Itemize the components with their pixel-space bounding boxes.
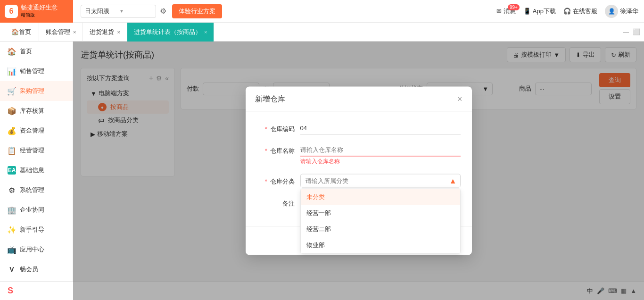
form-row-category: 仓库分类 ▲ 未分类 经营一部: [257, 174, 461, 188]
message-button[interactable]: ✉ 消息 99+: [496, 7, 516, 16]
dropdown-item-property[interactable]: 物业部: [301, 237, 460, 253]
online-service-button[interactable]: 🎧 在线客服: [563, 7, 597, 16]
notes-label: 备注: [257, 196, 295, 208]
store-name: 日太阳膜: [85, 7, 117, 16]
modal-close-button[interactable]: ×: [457, 94, 462, 104]
code-input[interactable]: [300, 122, 461, 135]
tab-expand-icon[interactable]: ⬜: [633, 28, 640, 35]
headset-icon: 🎧: [563, 8, 571, 15]
sidebar-label-system: 系统管理: [20, 186, 44, 194]
sales-icon: 📊: [8, 67, 16, 75]
member-icon: V: [8, 265, 16, 274]
tab-purchase-stats[interactable]: 进货单统计表（按商品） ×: [127, 23, 214, 42]
form-row-name: 仓库名称 请输入仓库名称: [257, 143, 461, 166]
sidebar-item-sales[interactable]: 📊 销售管理: [0, 61, 73, 81]
sidebar-label-purchase: 采购管理: [20, 87, 44, 95]
logo-sub: 精简版: [21, 12, 58, 18]
basics-icon: EA: [8, 166, 16, 175]
sidebar-label-home: 首页: [20, 47, 32, 56]
home-icon: 🏠: [11, 28, 19, 35]
phone-icon: 📱: [523, 8, 531, 15]
s-logo-icon: S: [8, 286, 13, 296]
trial-button[interactable]: 体验行业方案: [172, 4, 222, 18]
sidebar-label-inventory: 库存核算: [20, 107, 44, 115]
top-header: 6 畅捷通好生意 精简版 日太阳膜 ▼ ⚙ 体验行业方案 ✉ 消息 99+ 📱 …: [0, 0, 644, 23]
sidebar-item-inventory[interactable]: 📦 库存核算: [0, 101, 73, 121]
main-layout: 🏠 首页 📊 销售管理 🛒 采购管理 📦 库存核算 💰 资金管理 📋 经营管理 …: [0, 42, 644, 300]
name-input[interactable]: [300, 143, 461, 157]
logo-icon: 6: [5, 5, 18, 18]
tab-home[interactable]: 🏠 首页: [4, 23, 39, 42]
tab-bar-right: — ⬜: [623, 28, 640, 35]
logo-name: 畅捷通好生意: [21, 4, 58, 12]
sidebar-item-apps[interactable]: 📺 应用中心: [0, 240, 73, 259]
category-input[interactable]: [300, 174, 461, 188]
finance-icon: 💰: [8, 126, 16, 135]
inventory-icon: 📦: [8, 107, 16, 115]
sidebar-item-guide[interactable]: ✨ 新手引导: [0, 220, 73, 240]
guide-icon: ✨: [8, 225, 16, 234]
sidebar-label-member: 畅会员: [20, 265, 38, 274]
sidebar-label-guide: 新手引导: [20, 225, 44, 234]
dropdown-item-dept1[interactable]: 经营一部: [301, 205, 460, 221]
message-badge: 99+: [508, 4, 520, 10]
sidebar-item-system[interactable]: ⚙ 系统管理: [0, 180, 73, 200]
message-icon: ✉: [496, 8, 502, 15]
category-input-wrap: ▲ 未分类 经营一部 经营二部: [300, 174, 461, 188]
sidebar-item-operations[interactable]: 📋 经营管理: [0, 141, 73, 160]
modal-title: 新增仓库: [255, 94, 285, 104]
modal-body: 仓库编码 仓库名称 请输入仓库名称: [246, 112, 472, 223]
tab-purchase-return[interactable]: 进货退货 ×: [83, 23, 127, 42]
category-label: 仓库分类: [257, 174, 295, 186]
operations-icon: 📋: [8, 146, 16, 155]
sidebar: 🏠 首页 📊 销售管理 🛒 采购管理 📦 库存核算 💰 资金管理 📋 经营管理 …: [0, 42, 73, 300]
sidebar-item-finance[interactable]: 💰 资金管理: [0, 121, 73, 141]
purchase-icon: 🛒: [8, 87, 16, 95]
home-sidebar-icon: 🏠: [8, 47, 16, 56]
code-label: 仓库编码: [257, 122, 295, 133]
tab-accounts[interactable]: 账套管理 ×: [39, 23, 83, 42]
system-icon: ⚙: [8, 186, 16, 194]
sidebar-label-operations: 经营管理: [20, 146, 44, 155]
dropdown-item-uncategorized[interactable]: 未分类: [301, 189, 460, 205]
apps-icon: 📺: [8, 245, 16, 254]
sidebar-label-basics: 基础信息: [20, 166, 44, 175]
sidebar-item-basics[interactable]: EA 基础信息: [0, 160, 73, 180]
sidebar-item-enterprise[interactable]: 🏢 企业协同: [0, 200, 73, 220]
close-tab-purchase-return[interactable]: ×: [117, 29, 120, 35]
name-error-msg: 请输入仓库名称: [300, 158, 461, 166]
name-input-wrap: 请输入仓库名称: [300, 143, 461, 166]
content-area: 进货单统计(按商品) 🖨 按模板打印 ▼ ⬇ 导出 ↻ 刷新: [73, 42, 644, 300]
sidebar-item-purchase[interactable]: 🛒 采购管理: [0, 81, 73, 101]
avatar: 👤: [605, 5, 618, 18]
app-download-button[interactable]: 📱 App下载: [523, 7, 556, 16]
tab-bar: 🏠 首页 账套管理 × 进货退货 × 进货单统计表（按商品） × — ⬜: [0, 23, 644, 42]
close-tab-accounts[interactable]: ×: [73, 29, 76, 35]
sidebar-item-member[interactable]: V 畅会员: [0, 259, 73, 279]
header-right: ✉ 消息 99+ 📱 App下载 🎧 在线客服 👤 徐泽华: [496, 5, 638, 18]
settings-icon[interactable]: ⚙: [160, 7, 166, 16]
category-toggle-icon[interactable]: ▲: [449, 176, 457, 185]
store-search[interactable]: 日太阳膜 ▼: [81, 5, 156, 18]
name-label: 仓库名称: [257, 143, 295, 155]
logo-area: 6 畅捷通好生意 精简版: [0, 0, 73, 23]
close-tab-purchase-stats[interactable]: ×: [204, 29, 207, 35]
sidebar-label-sales: 销售管理: [20, 67, 44, 75]
sidebar-label-finance: 资金管理: [20, 126, 44, 135]
sidebar-label-apps: 应用中心: [20, 245, 44, 254]
modal-header: 新增仓库 ×: [246, 87, 472, 112]
form-row-code: 仓库编码: [257, 122, 461, 135]
add-warehouse-modal: 新增仓库 × 仓库编码 仓库名称: [246, 87, 472, 255]
bottom-left: S: [8, 286, 13, 296]
store-dropdown-arrow: ▼: [119, 8, 152, 14]
sidebar-item-home[interactable]: 🏠 首页: [0, 42, 73, 61]
tab-minimize-icon[interactable]: —: [623, 28, 629, 35]
user-info[interactable]: 👤 徐泽华: [605, 5, 638, 18]
logo-text-block: 畅捷通好生意 精简版: [21, 4, 58, 18]
enterprise-icon: 🏢: [8, 206, 16, 214]
dropdown-item-dept2[interactable]: 经营二部: [301, 221, 460, 237]
category-dropdown: 未分类 经营一部 经营二部 物业部: [300, 189, 461, 254]
username: 徐泽华: [620, 7, 638, 16]
sidebar-label-enterprise: 企业协同: [20, 206, 44, 214]
